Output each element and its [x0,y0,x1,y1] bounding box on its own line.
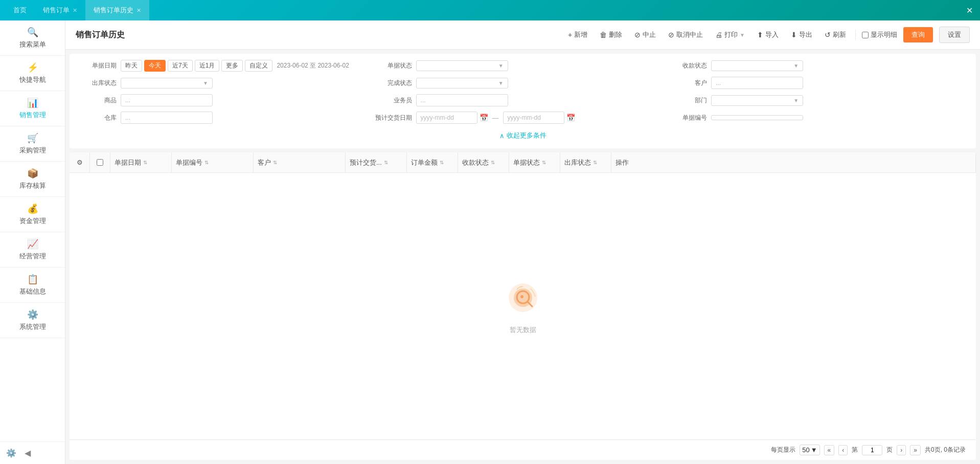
import-button[interactable]: ⬆ 导入 [754,28,782,41]
filter-row-3: 商品 ... 业务员 ... 部门 ▼ [80,94,966,106]
th-doc-status[interactable]: 单据状态 ⇅ [509,152,560,172]
th-out-status[interactable]: 出库状态 ⇅ [560,152,611,172]
pagination-bar: 每页显示 50 ▼ « ‹ 第 页 › » 共0页, 0条记录 [70,439,976,460]
refresh-icon: ↺ [825,31,831,39]
out-status-select[interactable]: ▼ [121,78,213,89]
toolbar: + 新增 🗑 删除 ⊘ 中止 ⊘ 取消中止 🖨 打印 [565,27,970,43]
tab-sales-order[interactable]: 销售订单 ✕ [35,0,85,20]
th-date[interactable]: 单据日期 ⇅ [110,152,172,172]
export-button[interactable]: ⬇ 导出 [788,28,815,41]
date-btn-yesterday[interactable]: 昨天 [121,60,142,72]
page-number-input[interactable] [862,445,882,455]
th-checkbox[interactable] [90,152,110,172]
show-detail-checkbox[interactable] [862,32,869,38]
cancel-stop-button[interactable]: ⊘ 取消中止 [665,28,706,41]
th-customer[interactable]: 客户 ⇅ [254,152,346,172]
sidebar-item-sales[interactable]: 📊 销售管理 [0,91,65,126]
sidebar-settings-icon[interactable]: ⚙️ [4,446,18,460]
table-body: 暂无数据 [70,173,976,439]
th-out-status-sort: ⇅ [593,160,597,165]
stop-button[interactable]: ⊘ 中止 [631,28,659,41]
warehouse-input[interactable]: ... [121,112,213,124]
setting-button[interactable]: 设置 [939,27,970,43]
window-close-icon[interactable]: ✕ [964,4,975,17]
import-label: 导入 [765,30,779,39]
th-no[interactable]: 单据编号 ⇅ [172,152,254,172]
sidebar-collapse-icon[interactable]: ◀ [22,446,33,460]
sidebar-item-finance[interactable]: 💰 资金管理 [0,197,65,232]
customer-input[interactable]: ... [711,77,803,89]
prev-page-button[interactable]: ‹ [838,445,848,455]
out-status-label: 出库状态 [80,79,121,87]
sidebar-item-operations-label: 经营管理 [19,252,46,261]
th-payment-status[interactable]: 收款状态 ⇅ [458,152,509,172]
sidebar-item-quick-nav[interactable]: ⚡ 快捷导航 [0,56,65,91]
last-page-button[interactable]: » [910,445,921,455]
date-btn-1month[interactable]: 近1月 [195,60,220,72]
page-title: 销售订单历史 [76,30,125,40]
expected-date-from[interactable]: yyyy-mm-dd [416,112,477,124]
date-btn-7days[interactable]: 近7天 [168,60,193,72]
doc-status-select[interactable]: ▼ [416,60,508,71]
export-label: 导出 [799,30,812,39]
system-icon: ⚙️ [27,309,38,320]
date-btn-more[interactable]: 更多 [221,60,243,72]
doc-no-input[interactable] [711,115,803,120]
select-all-checkbox[interactable] [97,159,103,166]
th-amount-sort: ⇅ [440,160,444,165]
th-action-label: 操作 [616,158,629,167]
tab-sales-order-history-close[interactable]: ✕ [136,7,141,14]
query-button[interactable]: 查询 [903,27,933,42]
dept-chevron: ▼ [793,98,799,103]
quick-nav-icon: ⚡ [27,62,38,73]
th-customer-label: 客户 [258,158,271,167]
cancel-stop-label: 取消中止 [676,30,703,39]
sidebar-item-purchase[interactable]: 🛒 采购管理 [0,126,65,162]
first-page-button[interactable]: « [824,445,835,455]
operations-icon: 📈 [27,238,38,250]
calendar-from-icon[interactable]: 📅 [480,114,488,122]
sidebar-item-operations[interactable]: 📈 经营管理 [0,232,65,268]
th-delivery[interactable]: 预计交货... ⇅ [346,152,407,172]
sidebar-item-search[interactable]: 🔍 搜索菜单 [0,20,65,56]
tab-home[interactable]: 首页 [5,0,35,20]
tab-sales-order-close[interactable]: ✕ [73,7,77,14]
out-status-chevron: ▼ [203,80,208,86]
goods-input[interactable]: ... [121,94,213,106]
sidebar-item-system[interactable]: ⚙️ 系统管理 [0,303,65,338]
page-size-value: 50 [802,446,809,454]
empty-state: 暂无数据 [503,278,543,335]
pay-status-label: 收款状态 [670,61,711,70]
th-settings[interactable]: ⚙ [70,152,90,172]
export-icon: ⬇ [791,31,797,39]
add-button[interactable]: + 新增 [565,28,590,41]
filter-collapse-row: ∧ 收起更多条件 [80,129,966,142]
next-page-button[interactable]: › [897,445,906,455]
th-payment-label: 收款状态 [462,158,489,167]
delete-button[interactable]: 🗑 删除 [597,28,625,41]
sidebar-item-basic-info[interactable]: 📋 基础信息 [0,268,65,303]
dept-select[interactable]: ▼ [711,95,803,106]
page-label: 页 [886,446,893,454]
expected-date-to[interactable]: yyyy-mm-dd [503,112,564,124]
salesman-input[interactable]: ... [416,94,508,106]
page-size-select[interactable]: 50 ▼ [800,445,819,455]
basic-info-icon: 📋 [27,274,38,285]
print-button[interactable]: 🖨 打印 ▼ [712,28,748,41]
th-amount[interactable]: 订单金额 ⇅ [407,152,458,172]
sidebar-item-inventory[interactable]: 📦 库存核算 [0,162,65,197]
collapse-button[interactable]: ∧ 收起更多条件 [497,129,549,142]
inventory-icon: 📦 [27,168,38,179]
th-doc-status-sort: ⇅ [542,160,546,165]
calendar-to-icon[interactable]: 📅 [566,114,575,122]
print-label: 打印 [724,30,738,39]
th-doc-status-label: 单据状态 [513,158,540,167]
date-btn-custom[interactable]: 自定义 [245,60,272,72]
complete-status-select[interactable]: ▼ [416,78,508,89]
date-btn-today[interactable]: 今天 [144,60,166,72]
pay-status-select[interactable]: ▼ [711,60,803,71]
toolbar-divider [855,30,856,40]
tab-sales-order-history[interactable]: 销售订单历史 ✕ [85,0,149,20]
top-bar-right: ✕ [964,4,975,17]
refresh-button[interactable]: ↺ 刷新 [822,28,849,41]
